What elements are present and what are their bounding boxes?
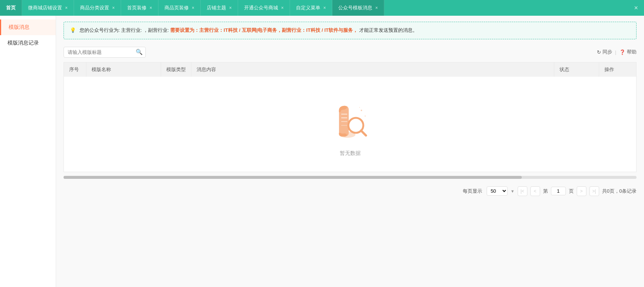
scroll-thumb[interactable] <box>64 176 522 179</box>
nav-tab-product-category[interactable]: 商品分类设置 × <box>74 0 121 16</box>
nav-tab-custom-menu[interactable]: 自定义菜单 × <box>290 0 332 16</box>
col-status: 状态 <box>554 62 599 77</box>
notice-highlight: 需要设置为：主营行业：IT科技 / 互联网|电子商务，副营行业：IT科技 / I… <box>170 27 358 33</box>
sidebar: 模版消息 模版消息记录 <box>0 16 56 287</box>
page-number-input[interactable] <box>551 187 566 195</box>
data-table: 序号 模版名称 模版类型 消息内容 状态 操作 <box>64 62 637 172</box>
empty-state: 暂无数据 <box>64 77 636 172</box>
toolbar-divider: | <box>615 49 616 55</box>
nav-tab-product-category-close[interactable]: × <box>112 5 115 10</box>
pagination: 每页显示 50 10 20 100 ▼ |< < 第 页 > >| 共0页，0条… <box>64 183 637 200</box>
search-icon[interactable]: 🔍 <box>136 49 143 55</box>
nav-tab-product-decor-label: 商品页装修 <box>164 4 189 11</box>
empty-row: 暂无数据 <box>64 77 637 172</box>
nav-tab-open-mall-label: 开通公众号商城 <box>244 4 278 11</box>
notice-prefix: 您的公众号行业为: 主营行业: ，副营行业: <box>80 27 169 33</box>
toolbar-right: ↻ 同步 | ❓ 帮助 <box>597 49 637 55</box>
nav-tab-open-mall[interactable]: 开通公众号商城 × <box>238 0 290 16</box>
svg-point-10 <box>359 107 360 108</box>
content-area: 💡 您的公众号行业为: 主营行业: ，副营行业: 需要设置为：主营行业：IT科技… <box>56 16 644 287</box>
empty-text: 暂无数据 <box>340 150 361 157</box>
nav-tab-product-category-label: 商品分类设置 <box>80 4 109 11</box>
sync-icon: ↻ <box>597 49 601 55</box>
sidebar-item-template-message-label: 模版消息 <box>9 24 30 30</box>
nav-tab-home-label: 首页 <box>6 4 16 11</box>
nav-tab-custom-menu-close[interactable]: × <box>323 5 326 10</box>
svg-line-7 <box>361 131 366 135</box>
page-total: 共0页，0条记录 <box>602 188 637 195</box>
col-type: 模版类型 <box>161 62 191 77</box>
nav-tab-store-theme-close[interactable]: × <box>229 5 232 10</box>
nav-tab-wechat-store-close[interactable]: × <box>65 5 68 10</box>
nav-tab-template-msg-label: 公众号模板消息 <box>338 4 372 11</box>
last-page-button[interactable]: >| <box>589 186 599 196</box>
sync-button[interactable]: ↻ 同步 <box>597 49 612 55</box>
sidebar-item-template-log[interactable]: 模版消息记录 <box>0 35 56 51</box>
main-layout: 模版消息 模版消息记录 💡 您的公众号行业为: 主营行业: ，副营行业: 需要设… <box>0 16 644 287</box>
horizontal-scrollbar[interactable] <box>64 176 637 179</box>
nav-tab-home-decor-close[interactable]: × <box>150 5 152 10</box>
svg-point-8 <box>361 110 362 111</box>
nav-tab-template-msg[interactable]: 公众号模板消息 × <box>332 0 384 16</box>
nav-tab-home-decor-label: 首页装修 <box>127 4 147 11</box>
nav-tab-home-decor[interactable]: 首页装修 × <box>121 0 158 16</box>
nav-tab-template-msg-close[interactable]: × <box>375 5 378 10</box>
nav-tab-wechat-store[interactable]: 微商城店铺设置 × <box>22 0 74 16</box>
col-content: 消息内容 <box>191 62 554 77</box>
nav-close-all-button[interactable]: × <box>628 4 644 12</box>
page-label: 第 <box>543 188 548 195</box>
next-page-button[interactable]: > <box>577 186 586 196</box>
search-bar: 🔍 ↻ 同步 | ❓ 帮助 <box>64 47 637 58</box>
nav-tab-store-theme-label: 店铺主题 <box>207 4 226 11</box>
nav-tab-store-theme[interactable]: 店铺主题 × <box>201 0 238 16</box>
notice-box: 💡 您的公众号行业为: 主营行业: ，副营行业: 需要设置为：主营行业：IT科技… <box>64 22 637 39</box>
chevron-down-icon: ▼ <box>511 189 515 193</box>
nav-tab-wechat-store-label: 微商城店铺设置 <box>28 4 62 11</box>
nav-tab-product-decor-close[interactable]: × <box>192 5 194 10</box>
help-button[interactable]: ❓ 帮助 <box>619 49 637 55</box>
col-action: 操作 <box>599 62 637 77</box>
svg-point-6 <box>351 120 361 130</box>
page-suffix: 页 <box>569 188 574 195</box>
page-size-label: 每页显示 <box>463 188 482 195</box>
top-nav: 首页 微商城店铺设置 × 商品分类设置 × 首页装修 × 商品页装修 × 店铺主… <box>0 0 644 16</box>
help-icon: ❓ <box>619 49 625 55</box>
sidebar-item-template-log-label: 模版消息记录 <box>7 40 39 46</box>
page-size-select[interactable]: 50 10 20 100 <box>487 186 508 196</box>
nav-tab-product-decor[interactable]: 商品页装修 × <box>158 0 201 16</box>
notice-suffix: 才能正常发送预置的消息。 <box>359 27 417 33</box>
sync-label: 同步 <box>603 49 612 55</box>
help-label: 帮助 <box>627 49 637 55</box>
nav-tab-open-mall-close[interactable]: × <box>281 5 284 10</box>
sidebar-item-template-message[interactable]: 模版消息 <box>0 19 56 35</box>
notice-icon: 💡 <box>70 27 76 33</box>
svg-point-9 <box>364 115 366 116</box>
search-input-wrap: 🔍 <box>64 47 146 58</box>
nav-tab-custom-menu-label: 自定义菜单 <box>296 4 320 11</box>
first-page-button[interactable]: |< <box>518 186 527 196</box>
prev-page-button[interactable]: < <box>530 186 540 196</box>
search-input[interactable] <box>64 47 146 58</box>
table-header-row: 序号 模版名称 模版类型 消息内容 状态 操作 <box>64 62 637 77</box>
col-name: 模版名称 <box>86 62 161 77</box>
nav-tab-home[interactable]: 首页 <box>0 0 22 16</box>
col-seq: 序号 <box>64 62 86 77</box>
empty-illustration <box>328 99 373 144</box>
